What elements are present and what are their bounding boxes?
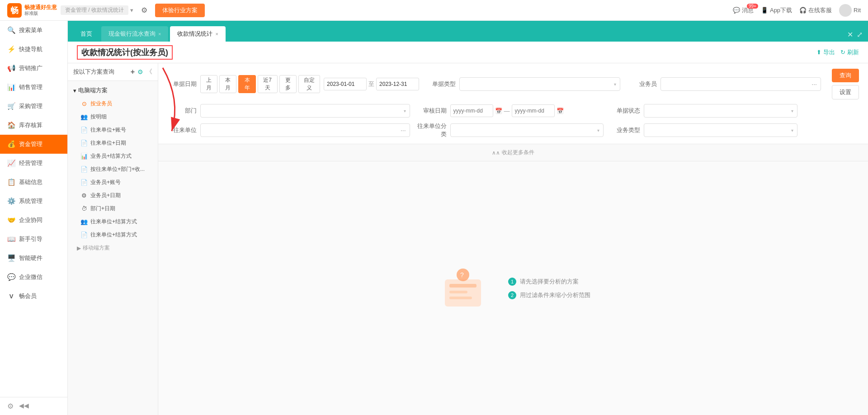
export-icon: ⬆ (816, 49, 821, 56)
tree-group-mobile[interactable]: ▶ 移动端方案 (68, 241, 158, 255)
user-avatar[interactable]: Rit (839, 4, 861, 17)
main-layout: 🔍 搜索菜单 ⚡ 快捷导航 📢 营销推广 📊 销售管理 🛒 采购管理 🏠 库存核… (0, 21, 868, 415)
finance-icon: 💰 (7, 140, 15, 148)
app-name: 畅捷通好生意 (24, 4, 57, 10)
top-bar: 畅 畅捷通好生意 标准版 资金管理 / 收款情况统计 ▾ ⚙ 体验行业方案 💬 … (0, 0, 868, 21)
sidebar-item-sales[interactable]: 📊 销售管理 (0, 78, 67, 97)
tab-cashflow[interactable]: 现金银行流水查询 × (101, 26, 168, 42)
tree-item-label-party-date: 往来单位+日期 (90, 139, 126, 147)
tab-receipts-close[interactable]: × (215, 31, 218, 37)
sidebar-item-search[interactable]: 🔍 搜索菜单 (0, 21, 67, 40)
collapse-bar[interactable]: ∧∧ 收起更多条件 (158, 144, 868, 161)
refresh-icon: ↻ (840, 49, 845, 56)
online-service-button[interactable]: 🎧 在线客服 (799, 6, 832, 14)
salesperson-select[interactable]: ··· (660, 77, 821, 91)
doc-status-select[interactable]: ▾ (644, 104, 797, 118)
salesperson-field: 业务员 ··· (627, 77, 821, 91)
audit-date-from[interactable] (450, 104, 493, 117)
message-button[interactable]: 💬 消息 99+ (733, 6, 754, 14)
date-from-input[interactable] (324, 78, 367, 90)
tab-home[interactable]: 首页 (73, 26, 99, 42)
sidebar-item-basicinfo[interactable]: 📋 基础信息 (0, 173, 67, 192)
tree-item-icon-detail: 👥 (80, 113, 88, 121)
tab-close-all-button[interactable]: ✕ (847, 30, 853, 39)
chevron-down-icon[interactable]: ▾ (130, 7, 133, 14)
tree-item-by-detail[interactable]: 👥 按明细 (68, 110, 158, 123)
sidebar-item-vip[interactable]: V 畅会员 (0, 287, 67, 306)
salesperson-more-icon[interactable]: ··· (811, 80, 817, 88)
tree-item-party-date[interactable]: 📄 往来单位+日期 (68, 137, 158, 150)
filter-area: 单据日期 上月 本月 本年 近7天 更多 自定义 (158, 63, 868, 144)
date-to-input[interactable] (376, 78, 419, 90)
tab-home-label: 首页 (80, 30, 92, 38)
date-btn-more[interactable]: 更多 (279, 75, 297, 93)
sidebar-settings-icon[interactable]: ⚙ (7, 402, 14, 410)
audit-calendar-from-icon[interactable]: 📅 (495, 108, 502, 114)
tree-item-party-account[interactable]: 📄 往来单位+账号 (68, 123, 158, 137)
left-panel: 按以下方案查询 + ⚙ 《 ▾ 电脑端方案 (68, 63, 158, 415)
tree-item-salesperson-settle[interactable]: 📊 业务员+结算方式 (68, 150, 158, 163)
settings-button[interactable]: 设置 (832, 85, 859, 99)
sidebar-item-operations[interactable]: 📈 经营管理 (0, 154, 67, 173)
sidebar-item-marketing[interactable]: 📢 营销推广 (0, 59, 67, 78)
right-content: 单据日期 上月 本月 本年 近7天 更多 自定义 (158, 63, 868, 415)
step1-num: 1 (508, 278, 516, 286)
plan-button[interactable]: 体验行业方案 (155, 4, 205, 17)
audit-date-to[interactable] (512, 104, 555, 117)
date-btn-this-year[interactable]: 本年 (238, 75, 255, 93)
date-btn-last-month[interactable]: 上月 (200, 75, 217, 93)
sidebar-item-hardware[interactable]: 🖥️ 智能硬件 (0, 249, 67, 268)
tree-item-salesperson-date[interactable]: ⚙ 业务员+日期 (68, 189, 158, 202)
counter-party-type-chevron-icon: ▾ (597, 128, 599, 133)
sidebar-item-quicknav[interactable]: ⚡ 快捷导航 (0, 40, 67, 59)
sidebar-item-inventory[interactable]: 🏠 库存核算 (0, 116, 67, 135)
tree-item-salesperson-account[interactable]: 📄 业务员+账号 (68, 176, 158, 189)
app-download-button[interactable]: 📱 App下载 (761, 6, 792, 14)
tree-item-label-salesperson-settle: 业务员+结算方式 (90, 152, 132, 160)
add-plan-button[interactable]: + (131, 68, 135, 76)
sidebar-label-finance: 资金管理 (19, 140, 42, 148)
tree-item-party-settle2[interactable]: 📄 往来单位+结算方式 (68, 228, 158, 241)
tree-item-party-dept-collect[interactable]: 📄 按往来单位+部门+收... (68, 163, 158, 176)
tree-item-party-settle1[interactable]: 👥 往来单位+结算方式 (68, 215, 158, 228)
counter-party-type-select[interactable]: ▾ (450, 123, 604, 137)
panel-collapse-button[interactable]: 《 (146, 68, 152, 76)
sidebar-item-purchase[interactable]: 🛒 采购管理 (0, 97, 67, 116)
counter-party-select[interactable]: ··· (200, 123, 410, 137)
empty-content: ? 1 请先选择要分析的方案 2 用过滤条件来缩小分析范围 (436, 261, 590, 316)
sidebar-item-wechat[interactable]: 💬 企业微信 (0, 268, 67, 287)
tab-maximize-button[interactable]: ⤢ (857, 30, 863, 39)
doctype-select[interactable]: ▾ (459, 77, 620, 91)
dept-select[interactable]: ▾ (200, 104, 410, 118)
sidebar-item-enterprise[interactable]: 🤝 企业协同 (0, 211, 67, 230)
audit-calendar-to-icon[interactable]: 📅 (557, 108, 564, 114)
quicknav-icon: ⚡ (7, 45, 15, 53)
tab-cashflow-close[interactable]: × (158, 31, 161, 37)
tree-item-dept-date[interactable]: ⏱ 部门+日期 (68, 202, 158, 215)
sidebar-item-system[interactable]: ⚙️ 系统管理 (0, 192, 67, 211)
marketing-icon: 📢 (7, 64, 15, 72)
date-btn-custom[interactable]: 自定义 (298, 75, 320, 93)
counter-party-more-icon[interactable]: ··· (401, 127, 406, 134)
date-btn-this-month[interactable]: 本月 (219, 75, 236, 93)
sidebar-label-vip: 畅会员 (19, 292, 37, 300)
settings-icon[interactable]: ⚙ (137, 3, 151, 18)
export-button[interactable]: ⬆ 导出 (816, 48, 835, 57)
sidebar-item-finance[interactable]: 💰 资金管理 (0, 135, 67, 154)
panel-icons: + ⚙ 《 (131, 68, 152, 76)
tree-item-by-salesperson[interactable]: ⊙ 按业务员 (68, 97, 158, 110)
tree-group-pc[interactable]: ▾ 电脑端方案 (68, 84, 158, 97)
sidebar-item-guide[interactable]: 📖 新手引导 (0, 230, 67, 249)
sidebar-label-operations: 经营管理 (19, 159, 42, 167)
message-icon: 💬 (733, 7, 740, 14)
refresh-button[interactable]: ↻ 刷新 (840, 48, 859, 57)
query-button[interactable]: 查询 (832, 69, 859, 82)
tree-item-label-dept-date: 部门+日期 (90, 205, 115, 212)
tab-receipts[interactable]: 收款情况统计 × (170, 26, 225, 42)
logo-icon: 畅 (7, 3, 22, 18)
date-btn-7days[interactable]: 近7天 (258, 75, 278, 93)
business-type-select[interactable]: ▾ (644, 123, 797, 137)
sidebar-collapse-icon[interactable]: ◀◀ (19, 402, 29, 410)
sidebar-label-wechat: 企业微信 (19, 273, 42, 281)
plan-settings-button[interactable]: ⚙ (137, 68, 143, 75)
